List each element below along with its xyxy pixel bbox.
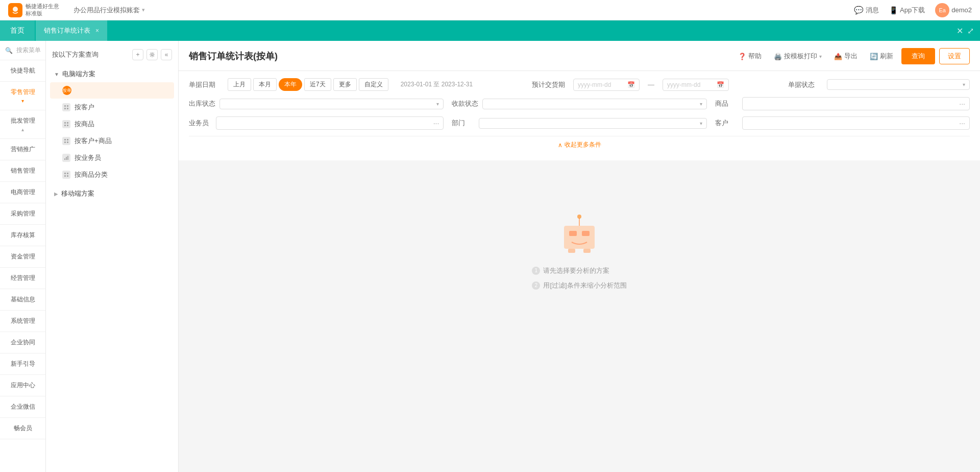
svg-point-0 bbox=[13, 7, 18, 12]
action-buttons: ❓ 帮助 🖨️ 按模板打印 ▾ 📤 导出 🔄 刷新 bbox=[734, 48, 970, 64]
customer-dots-icon[interactable]: ··· bbox=[959, 119, 965, 127]
settings-scheme-button[interactable] bbox=[146, 49, 158, 60]
empty-tip-2: 2 用[过滤]条件来缩小分析范围 bbox=[532, 279, 626, 291]
expected-date-end[interactable]: yyyy-mm-dd 📅 bbox=[663, 79, 729, 91]
add-scheme-button[interactable]: + bbox=[132, 49, 143, 60]
scheme-item-by-salesperson[interactable]: 按业务员 bbox=[50, 150, 174, 166]
tab-close-icon[interactable]: × bbox=[95, 27, 99, 34]
customer-field[interactable]: ··· bbox=[742, 116, 970, 130]
sidebar-item-sales[interactable]: 销售管理 bbox=[0, 160, 45, 182]
collapse-up-icon: ∧ bbox=[558, 141, 562, 149]
svg-rect-19 bbox=[64, 175, 66, 177]
sidebar-item-purchase[interactable]: 采购管理 bbox=[0, 203, 45, 225]
scheme-icon-order: 按单 bbox=[62, 86, 71, 95]
sidebar-item-basic[interactable]: 基础信息 bbox=[0, 289, 45, 311]
filter-cell-delivery: 出库状态 ▾ bbox=[189, 99, 444, 109]
sidebar-item-ecommerce[interactable]: 电商管理 bbox=[0, 182, 45, 203]
collapse-panel-button[interactable]: « bbox=[161, 49, 172, 60]
sidebar-search[interactable]: 🔍 搜索菜单 bbox=[0, 41, 45, 60]
group-mobile-label: 移动端方案 bbox=[61, 189, 94, 198]
scheme-group-mobile-header[interactable]: ▶ 移动端方案 bbox=[50, 186, 174, 201]
date-btn-more[interactable]: 更多 bbox=[333, 78, 357, 91]
sidebar-item-inventory[interactable]: 库存核算 bbox=[0, 225, 45, 246]
svg-rect-9 bbox=[67, 125, 68, 126]
goods-input[interactable] bbox=[747, 100, 960, 107]
tab-current[interactable]: 销售订单统计表 × bbox=[36, 20, 107, 41]
salesperson-input[interactable] bbox=[220, 120, 433, 127]
minimize-icon[interactable]: ✕ bbox=[957, 26, 963, 36]
scheme-item-by-order[interactable]: 按单 bbox=[50, 82, 174, 99]
refresh-icon: 🔄 bbox=[870, 53, 878, 60]
export-button[interactable]: 📤 导出 bbox=[830, 50, 862, 63]
top-bar: 畅捷通好生意 标准版 办公用品行业模拟账套 ▾ 💬 消息 📱 App下载 Ea … bbox=[0, 0, 980, 20]
delivery-chevron-icon: ▾ bbox=[436, 101, 439, 107]
scheme-item-by-customer[interactable]: 按客户 bbox=[50, 99, 174, 115]
sidebar-item-retail[interactable]: 零售管理 ▾ bbox=[0, 82, 45, 110]
svg-point-1 bbox=[151, 54, 153, 56]
app-download-button[interactable]: 📱 App下载 bbox=[889, 6, 925, 15]
app-title-area[interactable]: 办公用品行业模拟账套 ▾ bbox=[74, 6, 145, 15]
sidebar-item-wholesale[interactable]: 批发管理 ▴ bbox=[0, 110, 45, 139]
help-button[interactable]: ❓ 帮助 bbox=[734, 50, 766, 63]
department-field[interactable]: ▾ bbox=[479, 118, 706, 129]
date-btn-this-month[interactable]: 本月 bbox=[253, 78, 277, 91]
customer-input[interactable] bbox=[747, 120, 960, 127]
scheme-item-by-goods[interactable]: 按商品 bbox=[50, 116, 174, 132]
salesperson-dots-icon[interactable]: ··· bbox=[433, 119, 439, 127]
scheme-group-desktop-header[interactable]: ▼ 电脑端方案 bbox=[50, 66, 174, 82]
group-label: 电脑端方案 bbox=[62, 69, 95, 79]
logo-area: 畅捷通好生意 标准版 bbox=[8, 3, 59, 17]
department-chevron-icon: ▾ bbox=[700, 121, 702, 126]
sidebar-item-wechat[interactable]: 企业微信 bbox=[0, 396, 45, 418]
page-title: 销售订单统计表(按单) bbox=[189, 50, 278, 62]
svg-rect-3 bbox=[67, 105, 68, 107]
collapse-bar[interactable]: ∧ 收起更多条件 bbox=[189, 136, 970, 153]
filter-cell-salesperson: 业务员 ··· bbox=[189, 116, 444, 130]
delivery-field[interactable]: ▾ bbox=[219, 99, 444, 109]
sidebar-item-system[interactable]: 系统管理 bbox=[0, 311, 45, 332]
sidebar-item-business[interactable]: 经营管理 bbox=[0, 268, 45, 289]
goods-field[interactable]: ··· bbox=[742, 97, 970, 110]
sidebar-item-collab[interactable]: 企业协同 bbox=[0, 332, 45, 353]
settings-button[interactable]: 设置 bbox=[939, 48, 970, 64]
date-btn-7days[interactable]: 近7天 bbox=[304, 78, 331, 91]
scheme-group-desktop: ▼ 电脑端方案 按单 按客户 bbox=[46, 66, 178, 183]
export-icon: 📤 bbox=[834, 53, 842, 60]
svg-rect-22 bbox=[569, 231, 577, 236]
goods-dots-icon[interactable]: ··· bbox=[959, 100, 965, 108]
date-btn-last-month[interactable]: 上月 bbox=[228, 78, 251, 91]
sidebar-item-finance[interactable]: 资金管理 bbox=[0, 246, 45, 268]
sidebar-item-member[interactable]: 畅会员 bbox=[0, 418, 45, 439]
message-button[interactable]: 💬 消息 bbox=[854, 6, 879, 15]
query-button[interactable]: 查询 bbox=[901, 48, 935, 64]
user-menu[interactable]: Ea demo2 bbox=[935, 3, 972, 17]
sidebar-item-marketing[interactable]: 营销推广 bbox=[0, 139, 45, 160]
sidebar-item-appcenter[interactable]: 应用中心 bbox=[0, 375, 45, 396]
svg-rect-11 bbox=[67, 139, 68, 140]
left-panel-header: 按以下方案查询 + « bbox=[46, 46, 178, 63]
sidebar-quick-nav[interactable]: 快捷导航 bbox=[0, 60, 45, 82]
date-btn-this-year[interactable]: 本年 bbox=[279, 78, 302, 91]
page-header: 销售订单统计表(按单) ❓ 帮助 🖨️ 按模板打印 ▾ 📤 导出 bbox=[179, 41, 980, 71]
status-field[interactable]: ▾ bbox=[827, 79, 970, 90]
refresh-button[interactable]: 🔄 刷新 bbox=[866, 50, 897, 63]
tab-home[interactable]: 首页 bbox=[0, 20, 35, 41]
expected-date-start[interactable]: yyyy-mm-dd 📅 bbox=[573, 79, 640, 91]
print-button[interactable]: 🖨️ 按模板打印 ▾ bbox=[770, 50, 826, 63]
top-bar-right: 💬 消息 📱 App下载 Ea demo2 bbox=[854, 3, 972, 17]
left-panel-title: 按以下方案查询 bbox=[52, 50, 99, 59]
expand-icon[interactable]: ⤢ bbox=[967, 26, 974, 36]
filter-row-2: 出库状态 ▾ 收款状态 ▾ 商品 bbox=[189, 97, 970, 110]
print-dropdown-icon[interactable]: ▾ bbox=[819, 54, 822, 59]
app-title-dropdown-icon[interactable]: ▾ bbox=[142, 7, 145, 13]
sidebar-item-guide[interactable]: 新手引导 bbox=[0, 353, 45, 375]
svg-rect-27 bbox=[583, 249, 591, 253]
scheme-item-by-customer-goods[interactable]: 按客户+商品 bbox=[50, 133, 174, 149]
date-btn-custom[interactable]: 自定义 bbox=[359, 78, 388, 91]
payment-field[interactable]: ▾ bbox=[482, 99, 706, 109]
empty-tip-1: 1 请先选择要分析的方案 bbox=[532, 265, 626, 276]
svg-rect-23 bbox=[582, 231, 590, 236]
scheme-item-by-category[interactable]: 按商品分类 bbox=[50, 167, 174, 183]
department-label: 部门 bbox=[452, 119, 475, 128]
salesperson-field[interactable]: ··· bbox=[216, 116, 444, 130]
